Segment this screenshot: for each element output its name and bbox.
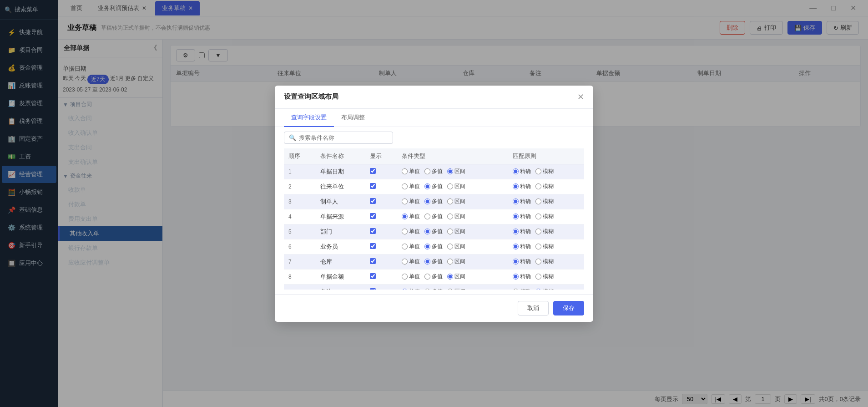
type-range-radio[interactable] xyxy=(447,214,453,219)
match-fuzzy-radio[interactable] xyxy=(535,289,541,290)
match-fuzzy-label[interactable]: 模糊 xyxy=(535,213,554,220)
row-show-cell[interactable] xyxy=(365,284,397,290)
type-range-radio[interactable] xyxy=(447,183,453,189)
row-show-cell[interactable] xyxy=(365,224,397,239)
type-single-radio[interactable] xyxy=(402,183,408,189)
type-range-label[interactable]: 区间 xyxy=(447,228,465,235)
type-range-radio[interactable] xyxy=(447,289,453,290)
match-exact-radio[interactable] xyxy=(513,168,519,174)
show-checkbox[interactable] xyxy=(370,228,376,234)
show-checkbox[interactable] xyxy=(370,183,376,189)
match-fuzzy-radio[interactable] xyxy=(535,168,541,174)
match-fuzzy-label[interactable]: 模糊 xyxy=(535,228,554,235)
match-fuzzy-label[interactable]: 模糊 xyxy=(535,258,554,265)
row-show-cell[interactable] xyxy=(365,164,397,179)
type-single-label[interactable]: 单值 xyxy=(402,273,420,280)
match-exact-label[interactable]: 精确 xyxy=(513,228,531,235)
type-multi-label[interactable]: 多值 xyxy=(424,273,443,280)
type-multi-label[interactable]: 多值 xyxy=(424,228,443,235)
type-range-radio[interactable] xyxy=(447,198,453,204)
type-multi-label[interactable]: 多值 xyxy=(424,213,443,220)
modal-save-btn[interactable]: 保存 xyxy=(553,301,584,315)
row-show-cell[interactable] xyxy=(365,209,397,224)
row-show-cell[interactable] xyxy=(365,269,397,284)
modal-cancel-btn[interactable]: 取消 xyxy=(518,301,549,315)
type-single-label[interactable]: 单值 xyxy=(402,198,420,205)
match-fuzzy-radio[interactable] xyxy=(535,229,541,234)
match-exact-radio[interactable] xyxy=(513,244,519,249)
show-checkbox-label[interactable] xyxy=(370,168,376,175)
match-fuzzy-label[interactable]: 模糊 xyxy=(535,183,554,190)
type-single-radio[interactable] xyxy=(402,259,408,265)
match-fuzzy-label[interactable]: 模糊 xyxy=(535,198,554,205)
type-multi-radio[interactable] xyxy=(424,244,430,249)
show-checkbox-label[interactable] xyxy=(370,274,376,280)
match-exact-label[interactable]: 精确 xyxy=(513,288,531,290)
type-multi-radio[interactable] xyxy=(424,289,430,290)
match-exact-radio[interactable] xyxy=(513,259,519,265)
type-single-radio[interactable] xyxy=(402,229,408,234)
modal-close-btn[interactable]: ✕ xyxy=(577,92,584,102)
match-exact-label[interactable]: 精确 xyxy=(513,273,531,280)
type-single-label[interactable]: 单值 xyxy=(402,183,420,190)
type-multi-radio[interactable] xyxy=(424,198,430,204)
type-single-label[interactable]: 单值 xyxy=(402,243,420,250)
show-checkbox[interactable] xyxy=(370,213,376,219)
row-show-cell[interactable] xyxy=(365,179,397,194)
show-checkbox-label[interactable] xyxy=(370,229,376,235)
match-fuzzy-label[interactable]: 模糊 xyxy=(535,168,554,175)
show-checkbox[interactable] xyxy=(370,288,376,290)
show-checkbox-label[interactable] xyxy=(370,244,376,250)
type-single-label[interactable]: 单值 xyxy=(402,168,420,175)
type-multi-radio[interactable] xyxy=(424,214,430,219)
type-single-radio[interactable] xyxy=(402,198,408,204)
show-checkbox[interactable] xyxy=(370,258,376,264)
match-fuzzy-label[interactable]: 模糊 xyxy=(535,273,554,280)
type-multi-label[interactable]: 多值 xyxy=(424,258,443,265)
type-range-radio[interactable] xyxy=(447,168,453,174)
match-exact-radio[interactable] xyxy=(513,183,519,189)
match-fuzzy-radio[interactable] xyxy=(535,274,541,280)
match-exact-label[interactable]: 精确 xyxy=(513,243,531,250)
type-multi-radio[interactable] xyxy=(424,274,430,280)
type-multi-radio[interactable] xyxy=(424,259,430,265)
type-range-radio[interactable] xyxy=(447,274,453,280)
match-exact-radio[interactable] xyxy=(513,214,519,219)
type-single-label[interactable]: 单值 xyxy=(402,288,420,290)
match-exact-label[interactable]: 精确 xyxy=(513,258,531,265)
match-exact-label[interactable]: 精确 xyxy=(513,168,531,175)
type-range-label[interactable]: 区间 xyxy=(447,213,465,220)
row-show-cell[interactable] xyxy=(365,239,397,254)
type-range-radio[interactable] xyxy=(447,259,453,265)
match-exact-radio[interactable] xyxy=(513,289,519,290)
match-exact-radio[interactable] xyxy=(513,274,519,280)
show-checkbox-label[interactable] xyxy=(370,289,376,290)
type-range-label[interactable]: 区间 xyxy=(447,273,465,280)
type-range-radio[interactable] xyxy=(447,244,453,249)
type-multi-radio[interactable] xyxy=(424,168,430,174)
type-range-radio[interactable] xyxy=(447,229,453,234)
type-range-label[interactable]: 区间 xyxy=(447,258,465,265)
show-checkbox-label[interactable] xyxy=(370,259,376,265)
modal-search-input[interactable] xyxy=(299,134,388,141)
type-single-label[interactable]: 单值 xyxy=(402,258,420,265)
type-multi-label[interactable]: 多值 xyxy=(424,183,443,190)
match-fuzzy-radio[interactable] xyxy=(535,198,541,204)
type-multi-label[interactable]: 多值 xyxy=(424,168,443,175)
match-fuzzy-label[interactable]: 模糊 xyxy=(535,243,554,250)
row-show-cell[interactable] xyxy=(365,194,397,209)
type-range-label[interactable]: 区间 xyxy=(447,288,465,290)
show-checkbox-label[interactable] xyxy=(370,183,376,190)
type-multi-radio[interactable] xyxy=(424,229,430,234)
show-checkbox-label[interactable] xyxy=(370,214,376,220)
row-show-cell[interactable] xyxy=(365,254,397,269)
match-exact-label[interactable]: 精确 xyxy=(513,213,531,220)
modal-tab-query-fields[interactable]: 查询字段设置 xyxy=(284,109,334,127)
show-checkbox[interactable] xyxy=(370,168,376,174)
show-checkbox[interactable] xyxy=(370,273,376,279)
match-fuzzy-label[interactable]: 模糊 xyxy=(535,288,554,290)
modal-tab-layout[interactable]: 布局调整 xyxy=(334,109,372,127)
type-single-label[interactable]: 单值 xyxy=(402,228,420,235)
type-single-radio[interactable] xyxy=(402,168,408,174)
match-exact-radio[interactable] xyxy=(513,229,519,234)
